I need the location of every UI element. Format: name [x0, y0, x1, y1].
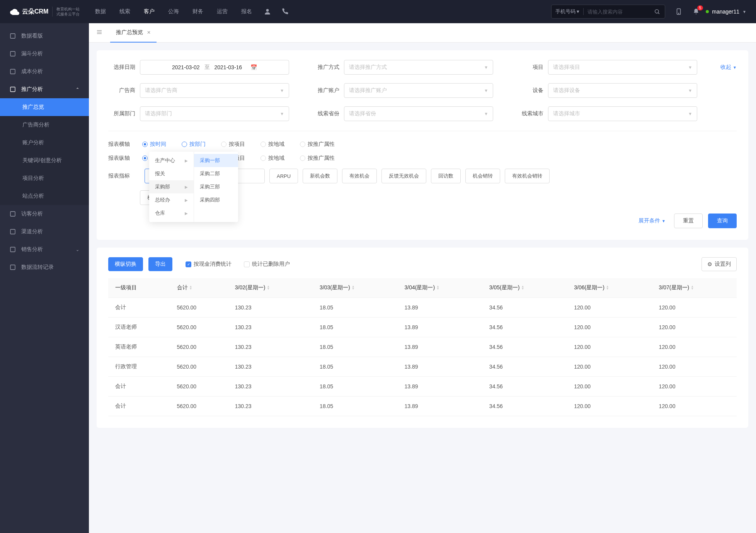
- radio-label: 按项目: [229, 141, 245, 148]
- select-device[interactable]: 请选择设备▼: [548, 83, 697, 98]
- cascader-item[interactable]: 采购四部: [194, 193, 238, 207]
- table-cell: 130.23: [228, 396, 313, 416]
- sidebar-item[interactable]: 漏斗分析: [0, 45, 89, 63]
- table-cell: 行政管理: [108, 357, 170, 377]
- metric-tag[interactable]: ARPU: [269, 169, 298, 183]
- nav-item[interactable]: 数据: [95, 8, 106, 15]
- sidebar-item[interactable]: 成本分析: [0, 63, 89, 80]
- sidebar-sub-item[interactable]: 项目分析: [0, 169, 89, 187]
- metric-tag[interactable]: [234, 169, 265, 183]
- reset-button[interactable]: 重置: [674, 214, 703, 228]
- table-cell: 120.00: [652, 396, 737, 416]
- metric-tag[interactable]: 回访数: [431, 169, 461, 183]
- table-header-cell[interactable]: 3/03(星期一)▲▼: [313, 278, 397, 298]
- metric-tag[interactable]: 新机会数: [303, 169, 337, 183]
- export-button[interactable]: 导出: [148, 257, 172, 271]
- user-menu[interactable]: manager11 ▼: [706, 9, 746, 15]
- search-input[interactable]: [584, 9, 653, 15]
- sidebar-item[interactable]: 渠道分析: [0, 223, 89, 241]
- metric-tag[interactable]: 机会销转: [465, 169, 500, 183]
- table-row: 会计5620.00130.2318.0513.8934.56120.00120.…: [108, 298, 737, 318]
- cascader-item[interactable]: 采购二部: [194, 167, 238, 180]
- metric-tag[interactable]: 有效机会销转: [505, 169, 550, 183]
- nav-item[interactable]: 报名: [241, 8, 252, 15]
- collapse-link[interactable]: 收起▼: [720, 64, 737, 71]
- date-from: 2021-03-02: [172, 64, 200, 70]
- select-province[interactable]: 请选择省份▼: [344, 106, 493, 121]
- cascader-item[interactable]: 报关: [149, 167, 194, 180]
- select-department[interactable]: 请选择部门▼: [140, 106, 289, 121]
- select-account[interactable]: 请选择推广账户▼: [344, 83, 493, 98]
- radio-option[interactable]: 按推广属性: [300, 141, 335, 148]
- checkbox-deleted-users[interactable]: 统计已删除用户: [244, 261, 290, 268]
- table-scroll[interactable]: 一级项目合计▲▼3/02(星期一)▲▼3/03(星期一)▲▼3/04(星期一)▲…: [108, 278, 737, 416]
- tab-promo-overview[interactable]: 推广总预览 ✕: [110, 23, 157, 43]
- sidebar-item[interactable]: 访客分析: [0, 205, 89, 223]
- filter-label-date: 选择日期: [108, 64, 135, 71]
- sidebar-sub-item[interactable]: 账户分析: [0, 134, 89, 152]
- metric-tag[interactable]: 反馈无效机会: [381, 169, 426, 183]
- nav-item[interactable]: 运营: [217, 8, 228, 15]
- user-icon[interactable]: [264, 8, 271, 15]
- sidebar-item[interactable]: 数据看版: [0, 27, 89, 45]
- toggle-axis-button[interactable]: 横纵切换: [108, 257, 143, 271]
- nav-item[interactable]: 线索: [119, 8, 130, 15]
- checkbox-cash-stats[interactable]: ✓ 按现金消费统计: [186, 261, 232, 268]
- table-body: 会计5620.00130.2318.0513.8934.56120.00120.…: [108, 298, 737, 416]
- table-header-cell[interactable]: 3/06(星期一)▲▼: [567, 278, 652, 298]
- cascader-item[interactable]: 采购三部: [194, 180, 238, 193]
- radio-label: 按时间: [150, 141, 166, 148]
- dashboard-icon: [10, 33, 16, 39]
- sidebar-sub-item[interactable]: 广告商分析: [0, 116, 89, 134]
- phone-icon[interactable]: [281, 8, 289, 15]
- radio-option[interactable]: 按推广属性: [300, 155, 335, 162]
- cascader-item[interactable]: 采购部▶: [149, 180, 194, 193]
- select-city[interactable]: 请选择城市▼: [548, 106, 697, 121]
- table-header-cell[interactable]: 3/07(星期一)▲▼: [652, 278, 737, 298]
- settings-columns-button[interactable]: ⚙ 设置列: [702, 257, 737, 271]
- table-header-cell[interactable]: 3/05(星期一)▲▼: [482, 278, 567, 298]
- search-type-select[interactable]: 手机号码 ▾: [555, 8, 584, 15]
- table-cell: 18.05: [313, 298, 397, 318]
- cascader-item[interactable]: 生产中心▶: [149, 154, 194, 167]
- select-advertiser[interactable]: 请选择广告商▼: [140, 83, 289, 98]
- close-icon[interactable]: ✕: [147, 30, 151, 35]
- radio-option[interactable]: 按时间: [142, 141, 166, 148]
- expand-conditions-link[interactable]: 展开条件▼: [639, 217, 666, 224]
- cascader-item[interactable]: 仓库▶: [149, 207, 194, 220]
- radio-option[interactable]: 按部门: [182, 141, 206, 148]
- metric-tag[interactable]: 有效机会: [342, 169, 377, 183]
- svg-point-0: [266, 9, 269, 12]
- username: manager11: [712, 9, 739, 15]
- sidebar-sub-item[interactable]: 关键词/创意分析: [0, 152, 89, 169]
- table-cell: 120.00: [567, 377, 652, 396]
- chevron-down-icon: ▼: [742, 10, 746, 14]
- date-range-picker[interactable]: 2021-03-02 至 2021-03-16 📅: [140, 60, 289, 75]
- sidebar-item[interactable]: 销售分析⌄: [0, 241, 89, 258]
- search-icon[interactable]: [653, 8, 661, 15]
- cascader-item[interactable]: 采购一部: [194, 154, 238, 167]
- cascader-item[interactable]: 总经办▶: [149, 193, 194, 207]
- select-project[interactable]: 请选择项目▼: [548, 60, 697, 75]
- table-header-cell[interactable]: 合计▲▼: [170, 278, 228, 298]
- sidebar-toggle-icon[interactable]: [95, 27, 104, 38]
- nav-item[interactable]: 公海: [168, 8, 179, 15]
- sidebar-item[interactable]: 推广分析⌃: [0, 80, 89, 98]
- radio-option[interactable]: 按地域: [261, 141, 284, 148]
- radio-row-horiz: 报表横轴 按时间按部门按项目按地域按推广属性 生产中心▶报关采购部▶总经办▶仓库…: [108, 141, 737, 148]
- table-header-cell[interactable]: 3/04(星期一)▲▼: [397, 278, 482, 298]
- sidebar-sub-item[interactable]: 站点分析: [0, 187, 89, 205]
- chevron-right-icon: ▶: [185, 185, 188, 189]
- mobile-icon[interactable]: [675, 8, 683, 15]
- select-promo-method[interactable]: 请选择推广方式▼: [344, 60, 493, 75]
- radio-label-vert: 报表纵轴: [108, 155, 135, 162]
- sidebar-item[interactable]: 数据流转记录: [0, 258, 89, 276]
- radio-option[interactable]: 按项目: [221, 141, 245, 148]
- bell-icon[interactable]: 5: [692, 8, 700, 15]
- nav-item[interactable]: 财务: [192, 8, 203, 15]
- radio-option[interactable]: 按地域: [261, 155, 284, 162]
- table-header-cell[interactable]: 3/02(星期一)▲▼: [228, 278, 313, 298]
- sidebar-sub-item[interactable]: 推广总览: [0, 98, 89, 116]
- query-button[interactable]: 查询: [708, 214, 737, 228]
- nav-item[interactable]: 客户: [144, 8, 155, 15]
